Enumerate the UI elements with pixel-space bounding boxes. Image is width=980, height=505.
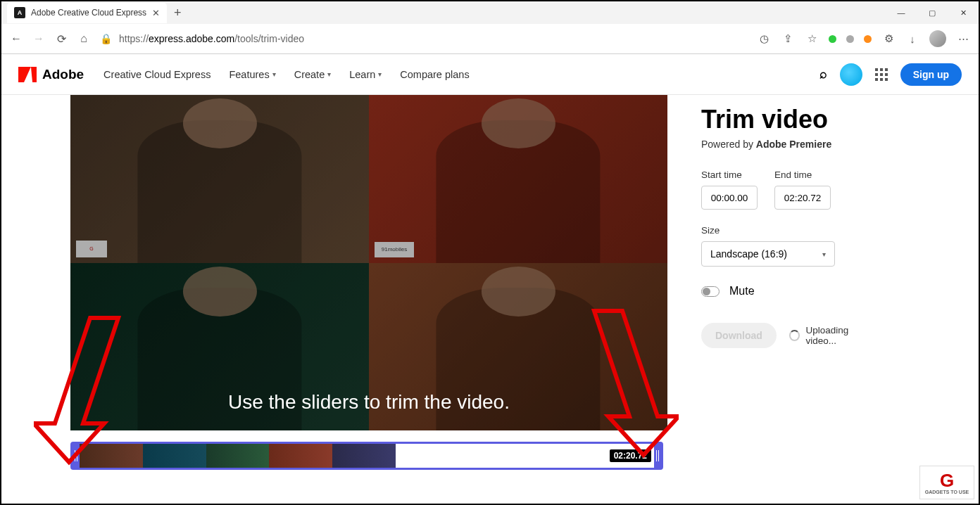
- ext-orange-icon[interactable]: [864, 35, 872, 43]
- timeline-thumb: [143, 444, 206, 468]
- home-button[interactable]: ⌂: [77, 32, 90, 45]
- timeline-thumb: [80, 444, 143, 468]
- start-time-input[interactable]: [701, 186, 758, 210]
- content: G 91mobiles Use the sliders to trim the …: [1, 95, 979, 470]
- timeline-thumb: [206, 444, 270, 468]
- size-label: Size: [701, 225, 879, 236]
- window-controls: — ▢ ✕: [886, 2, 979, 23]
- download-button: Download: [701, 323, 777, 348]
- tab-title: Adobe Creative Cloud Express: [31, 8, 146, 18]
- trim-handle-start[interactable]: [73, 444, 80, 468]
- timeline: 02:20.72: [70, 442, 663, 470]
- profile-avatar[interactable]: [929, 30, 946, 47]
- address-bar[interactable]: 🔒 https://express.adobe.com/tools/trim-v…: [100, 33, 747, 44]
- end-time-label: End time: [774, 170, 831, 180]
- page-title: Trim video: [701, 105, 879, 134]
- video-caption: Use the sliders to trim the video.: [70, 391, 667, 414]
- ext-green-icon[interactable]: [829, 35, 836, 43]
- tracking-icon[interactable]: ◷: [757, 32, 771, 46]
- downloads-icon[interactable]: ↓: [905, 32, 919, 46]
- maximize-button[interactable]: ▢: [917, 2, 948, 23]
- watermark-gadgets-to-use: GGADGETS TO USE: [919, 466, 974, 499]
- menu-compare-plans[interactable]: Compare plans: [400, 69, 469, 80]
- lock-icon: 🔒: [100, 33, 112, 44]
- menu-learn[interactable]: Learn▾: [349, 69, 382, 80]
- toolbar-right: ◷ ⇪ ☆ ⚙ ↓ ⋯: [757, 30, 970, 47]
- tab-bar: A Adobe Creative Cloud Express ✕ + — ▢ ✕: [1, 1, 979, 24]
- time-row: Start time End time: [701, 170, 879, 210]
- spinner-icon: [789, 330, 800, 341]
- menu-creative-cloud-express[interactable]: Creative Cloud Express: [103, 69, 211, 80]
- new-tab-button[interactable]: +: [167, 3, 189, 23]
- forward-button: →: [32, 32, 45, 45]
- action-row: Download Uploading video...: [701, 323, 879, 348]
- end-time-input[interactable]: [774, 186, 831, 210]
- mute-label: Mute: [729, 285, 755, 298]
- user-avatar[interactable]: [840, 63, 862, 86]
- adobe-logo-icon: [18, 67, 37, 82]
- menu-features[interactable]: Features▾: [229, 69, 275, 80]
- adobe-logo[interactable]: Adobe: [18, 67, 84, 82]
- share-icon[interactable]: ⇪: [781, 32, 795, 46]
- back-button[interactable]: ←: [10, 32, 23, 45]
- start-time-label: Start time: [701, 170, 758, 180]
- powered-by: Powered by Adobe Premiere: [701, 139, 879, 150]
- timeline-thumb: [332, 444, 396, 468]
- mute-row: Mute: [701, 285, 879, 298]
- timeline-thumbs[interactable]: 02:20.72: [80, 444, 654, 468]
- main-menu: Creative Cloud Express Features▾ Create▾…: [103, 69, 470, 80]
- end-time-field: End time: [774, 170, 831, 210]
- apps-grid-icon[interactable]: [875, 68, 888, 81]
- browser-chrome: A Adobe Creative Cloud Express ✕ + — ▢ ✕…: [1, 1, 979, 54]
- adobe-brand: Adobe: [42, 67, 84, 82]
- start-time-field: Start time: [701, 170, 758, 210]
- status-text: Uploading video...: [805, 325, 879, 346]
- size-value: Landscape (16:9): [710, 248, 787, 260]
- chevron-down-icon: ▾: [822, 250, 826, 258]
- side-panel: Trim video Powered by Adobe Premiere Sta…: [667, 95, 879, 470]
- timeline-timecode: 02:20.72: [610, 449, 651, 462]
- menu-create[interactable]: Create▾: [294, 69, 332, 80]
- close-window-button[interactable]: ✕: [948, 2, 979, 23]
- adobe-nav: Adobe Creative Cloud Express Features▾ C…: [1, 54, 979, 95]
- signup-button[interactable]: Sign up: [900, 63, 962, 86]
- nav-bar: ← → ⟳ ⌂ 🔒 https://express.adobe.com/tool…: [1, 24, 979, 53]
- ext-grey-icon[interactable]: [846, 35, 854, 43]
- refresh-button[interactable]: ⟳: [55, 32, 68, 46]
- video-overlay: [70, 95, 667, 430]
- trim-handle-end[interactable]: [654, 444, 661, 468]
- close-tab-icon[interactable]: ✕: [152, 8, 160, 18]
- video-area: G 91mobiles Use the sliders to trim the …: [70, 95, 667, 470]
- favorites-icon[interactable]: ☆: [805, 32, 819, 46]
- tab-favicon: A: [14, 7, 25, 18]
- chevron-down-icon: ▾: [272, 70, 276, 78]
- browser-tab[interactable]: A Adobe Creative Cloud Express ✕: [7, 2, 167, 23]
- extensions-icon[interactable]: ⚙: [881, 32, 896, 46]
- chevron-down-icon: ▾: [327, 70, 331, 78]
- search-icon[interactable]: ⌕: [819, 67, 827, 82]
- mute-toggle[interactable]: [701, 286, 720, 297]
- minimize-button[interactable]: —: [886, 2, 917, 23]
- size-select[interactable]: Landscape (16:9) ▾: [701, 241, 835, 267]
- nav-right: ⌕ Sign up: [819, 63, 962, 86]
- url-text: https://express.adobe.com/tools/trim-vid…: [119, 33, 304, 44]
- timeline-thumb: [269, 444, 332, 468]
- upload-status: Uploading video...: [789, 325, 879, 346]
- chevron-down-icon: ▾: [378, 70, 382, 78]
- video-preview[interactable]: G 91mobiles Use the sliders to trim the …: [70, 95, 667, 430]
- more-icon[interactable]: ⋯: [956, 32, 970, 46]
